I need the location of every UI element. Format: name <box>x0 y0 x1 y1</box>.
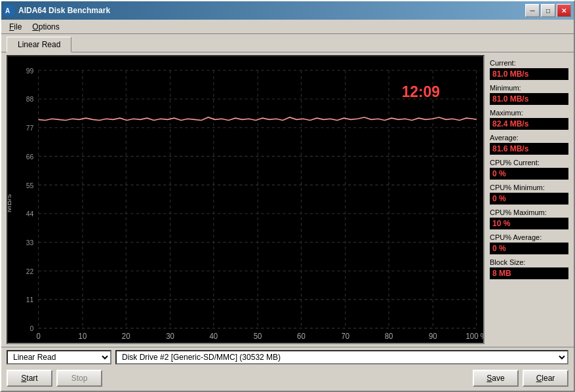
chart-svg: 0 11 22 33 44 55 66 77 88 99 MB/s 0 10 2… <box>8 56 483 343</box>
svg-text:MB/s: MB/s <box>8 194 13 212</box>
svg-text:88: 88 <box>26 95 34 103</box>
title-buttons: ─ □ ✕ <box>525 4 571 17</box>
save-button-label: Save <box>486 374 504 383</box>
cpu-minimum-value: 0 % <box>490 193 568 205</box>
current-label: Current: <box>490 59 568 67</box>
start-button-label: Start <box>21 374 37 383</box>
window-title: AIDA64 Disk Benchmark <box>18 6 110 15</box>
svg-text:0: 0 <box>36 332 41 342</box>
svg-text:40: 40 <box>209 332 218 342</box>
chart-panel: 0 11 22 33 44 55 66 77 88 99 MB/s 0 10 2… <box>7 55 485 344</box>
start-button[interactable]: Start <box>7 370 52 387</box>
cpu-current-label: CPU% Current: <box>490 159 568 167</box>
close-button[interactable]: ✕ <box>557 4 571 17</box>
content-area: 0 11 22 33 44 55 66 77 88 99 MB/s 0 10 2… <box>1 52 574 347</box>
cpu-maximum-label: CPU% Maximum: <box>490 208 568 216</box>
clear-button[interactable]: Clear <box>523 370 568 387</box>
maximum-label: Maximum: <box>490 109 568 117</box>
svg-text:100 %: 100 % <box>466 332 483 342</box>
maximum-value: 82.4 MB/s <box>490 118 568 130</box>
block-size-label: Block Size: <box>490 258 568 266</box>
button-spacer <box>106 370 469 387</box>
svg-text:70: 70 <box>341 332 349 342</box>
title-bar: A AIDA64 Disk Benchmark ─ □ ✕ <box>1 1 574 20</box>
svg-text:55: 55 <box>26 181 34 189</box>
cpu-average-value: 0 % <box>490 243 568 254</box>
svg-text:33: 33 <box>26 239 34 246</box>
tab-linear-read-label: Linear Read <box>18 40 60 49</box>
svg-text:44: 44 <box>26 210 34 218</box>
menu-bar: File Options <box>1 20 574 34</box>
minimum-label: Minimum: <box>490 84 568 92</box>
svg-text:77: 77 <box>26 124 34 132</box>
svg-text:90: 90 <box>429 332 437 342</box>
block-size-value: 8 MB <box>490 267 568 279</box>
stop-button-label: Stop <box>71 374 88 383</box>
bottom-bar: Linear Read Disk Drive #2 [Generic-SD/MM… <box>1 347 574 367</box>
svg-text:A: A <box>5 7 10 14</box>
test-type-dropdown[interactable]: Linear Read <box>7 350 111 364</box>
minimize-button[interactable]: ─ <box>525 4 540 17</box>
svg-text:20: 20 <box>122 332 130 342</box>
title-bar-left: A AIDA64 Disk Benchmark <box>4 5 110 16</box>
svg-text:22: 22 <box>26 267 34 275</box>
svg-text:66: 66 <box>26 152 34 160</box>
svg-text:0: 0 <box>30 324 34 332</box>
svg-text:11: 11 <box>26 296 34 304</box>
average-label: Average: <box>490 134 568 142</box>
average-value: 81.6 MB/s <box>490 143 568 155</box>
cpu-current-value: 0 % <box>490 168 568 180</box>
current-value: 81.0 MB/s <box>490 68 568 80</box>
main-window: A AIDA64 Disk Benchmark ─ □ ✕ File Optio… <box>0 0 575 392</box>
menu-file-label: File <box>9 22 22 31</box>
stats-panel: Current: 81.0 MB/s Minimum: 81.0 MB/s Ma… <box>490 55 568 344</box>
clear-button-label: Clear <box>536 374 555 383</box>
maximize-icon: □ <box>546 7 550 14</box>
maximize-button[interactable]: □ <box>541 4 555 17</box>
svg-text:60: 60 <box>297 332 306 342</box>
save-button[interactable]: Save <box>473 370 519 387</box>
close-icon: ✕ <box>561 7 566 14</box>
cpu-average-label: CPU% Average: <box>490 233 568 241</box>
svg-text:99: 99 <box>26 66 34 74</box>
drive-dropdown[interactable]: Disk Drive #2 [Generic-SD/MMC] (30532 MB… <box>115 350 568 364</box>
stop-button[interactable]: Stop <box>56 370 102 387</box>
cpu-maximum-value: 10 % <box>490 218 568 229</box>
app-icon: A <box>4 5 14 16</box>
minimum-value: 81.0 MB/s <box>490 93 568 105</box>
svg-text:30: 30 <box>166 332 174 342</box>
menu-file[interactable]: File <box>4 21 27 33</box>
svg-text:50: 50 <box>254 332 262 342</box>
button-row: Start Stop Save Clear <box>1 367 574 391</box>
menu-options-label: Options <box>32 22 59 31</box>
svg-text:10: 10 <box>79 332 87 342</box>
svg-text:12:09: 12:09 <box>402 83 440 100</box>
minimize-icon: ─ <box>530 7 534 14</box>
svg-text:80: 80 <box>385 332 393 342</box>
tab-linear-read[interactable]: Linear Read <box>7 37 71 52</box>
cpu-minimum-label: CPU% Minimum: <box>490 184 568 191</box>
tab-bar: Linear Read <box>1 34 574 52</box>
menu-options[interactable]: Options <box>27 21 64 33</box>
